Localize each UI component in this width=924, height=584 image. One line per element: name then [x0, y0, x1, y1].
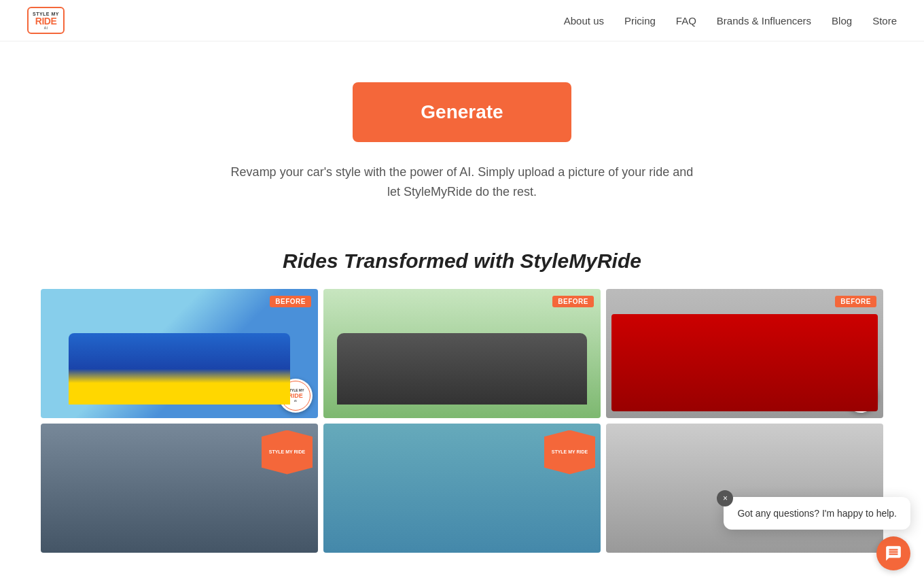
- chat-message: Got any questions? I'm happy to help.: [737, 508, 897, 519]
- header: STYLE MY RIDE AI About us Pricing FAQ Br…: [0, 0, 924, 41]
- logo[interactable]: STYLE MY RIDE AI: [27, 7, 65, 34]
- smr-watermark: STYLE MY RIDE AI: [844, 379, 878, 413]
- chat-icon: [885, 545, 902, 562]
- style-my-ride-sticker: STYLE MY RIDE: [262, 430, 313, 475]
- gallery-item[interactable]: STYLE MY RIDE: [41, 424, 318, 553]
- hero-description: Revamp your car's style with the power o…: [224, 162, 700, 202]
- style-my-ride-sticker: STYLE MY RIDE: [544, 430, 595, 475]
- nav-faq[interactable]: FAQ: [676, 15, 696, 27]
- before-badge: BEFORE: [835, 296, 876, 307]
- nav-store[interactable]: Store: [872, 15, 897, 27]
- chat-widget: × Got any questions? I'm happy to help.: [724, 497, 910, 570]
- nav-blog[interactable]: Blog: [832, 15, 852, 27]
- smr-watermark: STYLE MY RIDE AI: [279, 379, 313, 413]
- chat-bubble: Got any questions? I'm happy to help.: [724, 497, 910, 530]
- logo-box: STYLE MY RIDE AI: [27, 7, 65, 34]
- nav-pricing[interactable]: Pricing: [624, 15, 656, 27]
- main-nav: About us Pricing FAQ Brands & Influencer…: [564, 15, 897, 27]
- generate-button[interactable]: Generate: [353, 82, 571, 142]
- gallery-title: Rides Transformed with StyleMyRide: [41, 250, 883, 273]
- before-badge: BEFORE: [270, 296, 311, 307]
- hero-section: Generate Revamp your car's style with th…: [0, 41, 924, 243]
- before-badge: BEFORE: [552, 296, 594, 307]
- nav-about[interactable]: About us: [564, 15, 604, 27]
- logo-sub-text: AI: [44, 26, 48, 30]
- logo-ride-text: RIDE: [35, 16, 56, 26]
- gallery-item[interactable]: BEFORE STYLE MY RIDE AI: [41, 289, 318, 418]
- chat-open-button[interactable]: [876, 536, 910, 570]
- gallery-item[interactable]: BEFORE STYLE MY RIDE AI: [606, 289, 883, 418]
- gallery-item[interactable]: STYLE MY RIDE: [323, 424, 601, 553]
- nav-brands[interactable]: Brands & Influencers: [717, 15, 811, 27]
- gallery-item[interactable]: BEFORE: [323, 289, 601, 418]
